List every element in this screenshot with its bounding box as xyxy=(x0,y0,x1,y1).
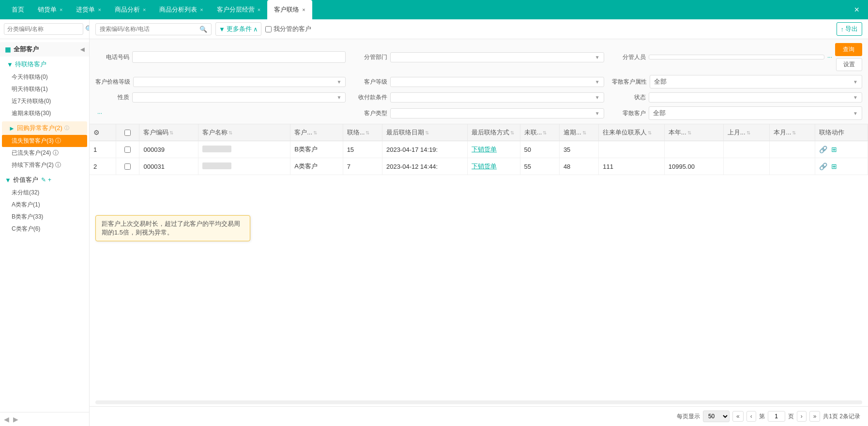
nature-select[interactable]: ▼ xyxy=(132,92,346,103)
sort-person-icon[interactable]: ⇅ xyxy=(648,130,652,135)
search-input[interactable] xyxy=(100,26,198,32)
row2-grid-icon[interactable]: ⊞ xyxy=(831,162,837,170)
all-customers-label: 全部客户 xyxy=(14,45,39,54)
sidebar-collapse-icon[interactable]: ◀ xyxy=(80,46,84,53)
sidebar-item-today[interactable]: 今天待联络(0) xyxy=(0,71,89,83)
phone-input[interactable] xyxy=(132,51,346,63)
col-header-name: 客户名称 ⇅ xyxy=(198,124,290,141)
manager-select[interactable] xyxy=(649,55,824,59)
customer-type-select[interactable]: ▼ xyxy=(390,108,604,118)
row2-type: A类客户 xyxy=(290,158,343,175)
sidebar-search-icon[interactable]: 🔍 xyxy=(85,25,90,33)
sort-this-month-icon[interactable]: ⇅ xyxy=(792,130,796,135)
sidebar-item-declining[interactable]: 持续下滑客户(2) ⓘ xyxy=(0,159,89,171)
nav-customer-contact-close[interactable]: × xyxy=(302,7,305,13)
more-conditions-btn[interactable]: ▼ 更多条件 ∧ xyxy=(215,22,261,36)
sort-type-icon[interactable]: ⇅ xyxy=(313,130,317,135)
row1-year xyxy=(664,141,723,158)
status-arrow: ▼ xyxy=(853,95,858,100)
sidebar-item-overdue[interactable]: 逾期未联络(30) xyxy=(0,107,89,119)
table-settings-icon[interactable]: ⚙ xyxy=(93,129,100,136)
manager-more-icon[interactable]: ··· xyxy=(827,54,832,60)
sidebar-item-7days[interactable]: 近7天待联络(0) xyxy=(0,95,89,107)
dept-select[interactable]: ▼ xyxy=(390,52,604,62)
window-close-icon[interactable]: × xyxy=(850,5,863,15)
nav-product-list-close[interactable]: × xyxy=(200,7,203,13)
page-input[interactable] xyxy=(768,411,785,422)
nav-home[interactable]: 首页 xyxy=(5,0,31,19)
sort-pending-icon[interactable]: ⇅ xyxy=(543,130,547,135)
nav-purchase[interactable]: 进货单 × xyxy=(69,0,107,19)
sidebar-group-pending-title[interactable]: ▼ 待联络客户 xyxy=(0,58,89,71)
sidebar-nav-next[interactable]: ▶ xyxy=(13,415,18,423)
sidebar-item-class-c[interactable]: C类客户(6) xyxy=(0,223,89,235)
nav-customer-tier[interactable]: 客户分层经营 × xyxy=(210,0,267,19)
sort-last-month-icon[interactable]: ⇅ xyxy=(746,130,750,135)
sidebar-item-class-b[interactable]: B类客户(33) xyxy=(0,211,89,223)
my-customers-checkbox[interactable] xyxy=(265,26,272,32)
next-page-btn[interactable]: › xyxy=(797,411,807,422)
export-btn[interactable]: ↑ 导出 xyxy=(837,22,863,36)
sort-code-icon[interactable]: ⇅ xyxy=(169,130,173,135)
sort-contact-icon[interactable]: ⇅ xyxy=(365,130,369,135)
col-header-last-month: 上月... ⇅ xyxy=(723,124,769,141)
nav-customer-tier-label: 客户分层经营 xyxy=(217,5,255,14)
edit-icon[interactable]: ✎ xyxy=(41,176,46,183)
col-header-pending: 未联... ⇅ xyxy=(520,124,559,141)
retail-prop-select[interactable]: 全部 ▼ xyxy=(650,75,862,88)
nav-product-list[interactable]: 商品分析列表 × xyxy=(152,0,210,19)
nav-customer-contact[interactable]: 客户联络 × xyxy=(267,0,312,19)
sort-year-icon[interactable]: ⇅ xyxy=(687,130,691,135)
settings-button[interactable]: 设置 xyxy=(836,58,862,71)
sidebar-group-repurchase-title[interactable]: ► 回购异常客户(2) ⓘ xyxy=(2,121,87,135)
sidebar-all-customers[interactable]: ▦ 全部客户 ◀ xyxy=(0,42,89,57)
row1-link-icon[interactable]: 🔗 xyxy=(819,146,827,153)
sidebar-item-loss-warning[interactable]: 流失预警客户(3) ⓘ xyxy=(2,135,87,147)
sidebar-item-ungrouped[interactable]: 未分组(32) xyxy=(0,187,89,199)
prev-page-btn[interactable]: ‹ xyxy=(746,411,756,422)
nav-sales[interactable]: 销货单 × xyxy=(31,0,69,19)
sidebar-content: ▦ 全部客户 ◀ ▼ 待联络客户 今天待联络(0) 明天待联络(1) 近7天待联… xyxy=(0,39,89,412)
more-conditions-label: 更多条件 xyxy=(227,25,252,33)
sidebar-search-input[interactable] xyxy=(4,23,83,35)
payment-select[interactable]: ▼ xyxy=(390,92,604,103)
first-page-btn[interactable]: « xyxy=(732,411,744,422)
sort-method-icon[interactable]: ⇅ xyxy=(510,130,514,135)
row2-select[interactable] xyxy=(124,163,131,170)
filter-row-4-col3: 零散客户 全部 ▼ xyxy=(612,106,862,120)
row2-link-icon[interactable]: 🔗 xyxy=(819,162,827,170)
horizontal-scrollbar[interactable] xyxy=(95,400,862,404)
nav-customer-tier-close[interactable]: × xyxy=(258,7,260,13)
per-page-select[interactable]: 50 20 100 xyxy=(703,411,730,422)
tooltip-trigger[interactable]: ··· xyxy=(97,110,102,117)
price-grade-select[interactable]: ▼ xyxy=(133,77,346,87)
select-all-checkbox[interactable] xyxy=(124,130,131,136)
sidebar-group-value-title[interactable]: ▼ 价值客户 ✎ + xyxy=(0,173,89,187)
nav-product-analysis-close[interactable]: × xyxy=(143,7,146,13)
sidebar-bottom-nav: ◀ ▶ xyxy=(0,412,89,426)
pagination-total: 共1页 2条记录 xyxy=(823,412,860,421)
row1-select[interactable] xyxy=(124,147,131,153)
query-button[interactable]: 查询 xyxy=(835,43,862,56)
chevron-down-icon-2: ▼ xyxy=(5,176,11,184)
sort-name-icon[interactable]: ⇅ xyxy=(228,130,232,135)
status-select[interactable]: ▼ xyxy=(649,92,862,103)
filter-search-icon[interactable]: 🔍 xyxy=(199,26,207,33)
sort-overdue-icon[interactable]: ⇅ xyxy=(582,130,586,135)
nav-purchase-close[interactable]: × xyxy=(98,7,101,13)
add-icon[interactable]: + xyxy=(48,176,51,183)
col-header-num: ⚙ xyxy=(90,124,116,141)
nav-sales-label: 销货单 xyxy=(38,5,57,14)
sidebar-item-class-a[interactable]: A类客户(1) xyxy=(0,199,89,211)
sidebar-item-lost[interactable]: 已流失客户(24) ⓘ xyxy=(0,147,89,159)
nav-sales-close[interactable]: × xyxy=(60,7,62,13)
sidebar-item-tomorrow[interactable]: 明天待联络(1) xyxy=(0,83,89,95)
customer-grade-select[interactable]: ▼ xyxy=(390,77,604,87)
sort-date-icon[interactable]: ⇅ xyxy=(425,130,429,135)
retail-customer-select[interactable]: 全部 ▼ xyxy=(649,106,862,120)
last-page-btn[interactable]: » xyxy=(809,411,821,422)
nav-product-analysis[interactable]: 商品分析 × xyxy=(108,0,152,19)
row1-grid-icon[interactable]: ⊞ xyxy=(831,146,837,153)
sidebar-nav-prev[interactable]: ◀ xyxy=(4,415,9,423)
col-header-action: 联络动作 xyxy=(815,124,868,141)
